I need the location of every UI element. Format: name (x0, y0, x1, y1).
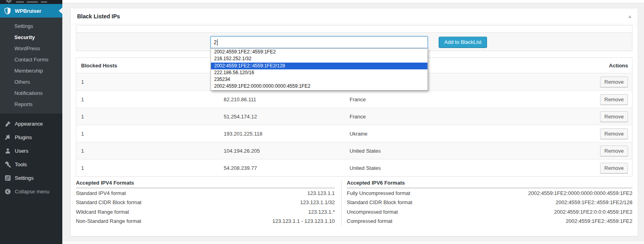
format-value: 2002:4559:1FE2::4559:1FE2/128 (556, 199, 632, 205)
format-value: 123.123.1.1 (307, 190, 335, 196)
host-hits: 1 (76, 79, 224, 85)
table-row: 1 51.254.174.12 France Remove (76, 108, 632, 125)
host-ip: 62.210.86.111 (224, 96, 350, 102)
host-country: France (350, 96, 592, 102)
collapse-icon (4, 187, 12, 195)
table-row: 1 193.201.225.118 Ukraine Remove (76, 125, 632, 142)
format-value: 123.123.1.1 - 123.123.1.10 (272, 218, 335, 224)
remove-button[interactable]: Remove (600, 146, 628, 156)
column-header-blocked-hosts: Blocked Hosts (76, 63, 224, 69)
menu-item-label: Collapse menu (15, 189, 50, 195)
format-label: Compressed format (347, 218, 392, 224)
user-icon (4, 147, 12, 155)
format-label: Fully Uncompressed format (347, 190, 410, 196)
format-row: Uncompressed format 2002:4559:1FE2:0:0:0… (347, 207, 632, 216)
shield-icon (4, 7, 11, 15)
blacklist-ip-input[interactable]: 2 (211, 36, 428, 48)
ipv4-formats-title: Accepted IPV4 Formats (76, 180, 335, 188)
admin-sidebar: WPBruiser Settings Security WordPress Co… (0, 0, 62, 244)
form-header-row (76, 26, 632, 33)
format-label: Standard IPV4 format (76, 190, 126, 196)
suggestion-item-selected[interactable]: 2002:4559:1FE2::4559:1FE2/128 (211, 63, 427, 69)
submenu-item-notifications[interactable]: Notifications (0, 88, 62, 99)
submenu-item-security[interactable]: Security (0, 32, 62, 43)
ipv4-formats: Accepted IPV4 Formats Standard IPV4 form… (76, 180, 341, 226)
suggestion-item[interactable]: 235234 (211, 76, 427, 83)
host-country: United States (350, 148, 592, 154)
admin-main-menu: Appearance Plugins Users (0, 117, 62, 198)
format-label: Uncompressed format (347, 209, 398, 215)
format-row: Standard CIDR Block format 2002:4559:1FE… (347, 198, 632, 207)
host-country: France (350, 114, 592, 120)
next-card-edge (62, 242, 644, 244)
menu-item-label: Appearance (15, 121, 43, 127)
partial-menu-item-above (0, 0, 62, 4)
suggestion-item[interactable]: 222.186.56.120/16 (211, 69, 427, 76)
format-row: Fully Uncompressed format 2002:4559:1FE2… (347, 188, 632, 198)
menu-item-label: Plugins (15, 134, 32, 140)
format-row: Standard IPV4 format 123.123.1.1 (76, 188, 335, 198)
partial-menu-text (16, 1, 47, 3)
table-row: 1 62.210.86.111 France Remove (76, 91, 632, 108)
panel-header: Black Listed IPs ▲ (71, 8, 638, 24)
suggestion-item[interactable]: 2002:4559:1FE2::4559:1FE2 (211, 49, 427, 55)
sidebar-item-appearance[interactable]: Appearance (0, 117, 62, 130)
submenu-item-settings[interactable]: Settings (0, 21, 62, 32)
remove-button[interactable]: Remove (600, 163, 628, 173)
sidebar-item-settings[interactable]: Settings (0, 171, 62, 185)
submenu-item-others[interactable]: Others (0, 77, 62, 88)
suggestion-item[interactable]: 216.152.252.1/32 (211, 55, 427, 62)
panel-body: 2 Add to BlackList 2002:4559:1FE2::4559:… (71, 24, 638, 226)
blacklisted-ips-panel: Black Listed IPs ▲ 2 Add to BlackList 20… (70, 8, 638, 236)
sidebar-item-wpbruiser[interactable]: WPBruiser (0, 4, 62, 18)
ipv6-formats: Accepted IPV6 Formats Fully Uncompressed… (341, 180, 632, 226)
format-value: 2002:4559:1FE2:0:0:0:4559:1FE2 (554, 209, 632, 215)
host-hits: 1 (76, 114, 224, 120)
submenu-item-membership[interactable]: Membership (0, 65, 62, 77)
format-value: 2002:4559:1FE2:0000:0000:0000:4559:1FE2 (528, 190, 632, 196)
blacklist-form: 2 Add to BlackList 2002:4559:1FE2::4559:… (76, 25, 632, 51)
sidebar-item-users[interactable]: Users (0, 144, 62, 157)
format-value: 2002:4559:1FE2::4559:1FE2 (566, 218, 632, 224)
sidebar-item-plugins[interactable]: Plugins (0, 130, 62, 144)
remove-button[interactable]: Remove (600, 94, 628, 105)
menu-item-label: Users (15, 148, 28, 154)
remove-button[interactable]: Remove (600, 111, 628, 122)
menu-item-label: Settings (15, 175, 34, 181)
submenu-item-wordpress[interactable]: WordPress (0, 43, 62, 54)
current-menu-arrow (59, 8, 62, 14)
input-value: 2 (214, 39, 217, 45)
host-hits: 1 (76, 165, 224, 171)
sliders-icon (4, 174, 12, 182)
panel-collapse-toggle[interactable]: ▲ (628, 13, 632, 20)
suggestion-item[interactable]: 2002:4559:1FE2:0000:0000:0000:4559:1FE2 (211, 83, 427, 90)
format-label: Non-Standard Range format (76, 218, 141, 224)
add-to-blacklist-button[interactable]: Add to BlackList (439, 37, 487, 48)
format-row: Compressed format 2002:4559:1FE2::4559:1… (347, 216, 632, 226)
sidebar-item-label: WPBruiser (15, 8, 41, 14)
table-row: 1 104.194.26.205 United States Remove (76, 142, 632, 159)
submenu-item-reports[interactable]: Reports (0, 99, 62, 110)
gear-icon (5, 0, 12, 4)
plugin-icon (4, 133, 12, 141)
remove-button[interactable]: Remove (600, 128, 628, 139)
content-area: Black Listed IPs ▲ 2 Add to BlackList 20… (62, 0, 644, 244)
host-country: United States (350, 165, 592, 171)
submenu-item-contact-forms[interactable]: Contact Forms (0, 54, 62, 65)
format-value: 123.123.1.* (308, 209, 335, 215)
format-row: Standard CIDR Block format 123.123.1.1/3… (76, 198, 335, 207)
previous-card-edge (62, 0, 644, 3)
remove-button[interactable]: Remove (600, 77, 628, 87)
format-value: 123.123.1.1/32 (300, 199, 335, 205)
ipv6-formats-title: Accepted IPV6 Formats (347, 180, 632, 188)
sidebar-item-tools[interactable]: Tools (0, 157, 62, 171)
format-label: Standard CIDR Block format (76, 199, 141, 205)
host-country: Ukraine (350, 131, 592, 137)
wpbruiser-submenu: Settings Security WordPress Contact Form… (0, 18, 62, 114)
table-row: 1 54.208.239.77 United States Remove (76, 159, 632, 176)
host-hits: 1 (76, 131, 224, 137)
collapse-menu-button[interactable]: Collapse menu (0, 185, 62, 198)
host-ip: 104.194.26.205 (224, 148, 350, 154)
format-label: Standard CIDR Block format (347, 199, 412, 205)
autocomplete-dropdown: 2002:4559:1FE2::4559:1FE2 216.152.252.1/… (211, 48, 428, 91)
